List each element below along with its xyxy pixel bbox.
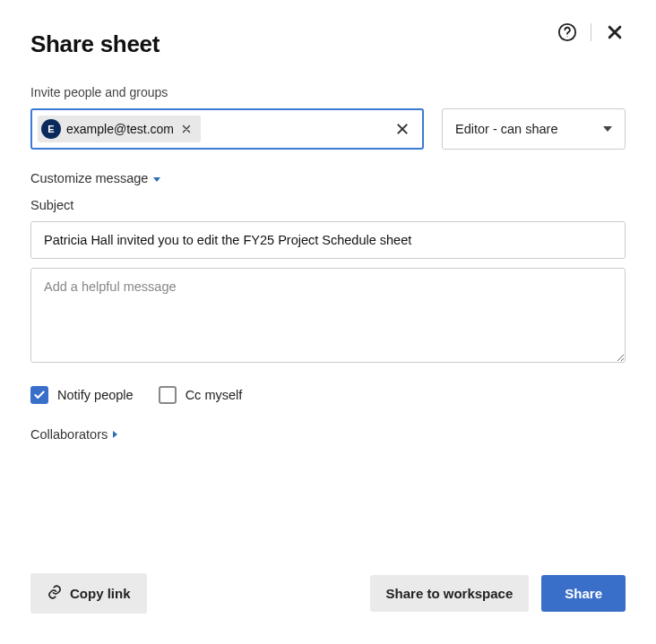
invite-input[interactable]: E example@test.com (30, 108, 424, 150)
header-actions (557, 21, 626, 43)
copy-link-button[interactable]: Copy link (30, 573, 147, 614)
help-icon[interactable] (557, 21, 578, 43)
close-icon[interactable] (604, 21, 626, 43)
header-divider (591, 23, 591, 41)
chevron-right-icon (113, 431, 117, 438)
subject-label: Subject (30, 198, 626, 212)
email-token[interactable]: E example@test.com (38, 116, 201, 142)
invite-label: Invite people and groups (30, 85, 626, 99)
role-select[interactable]: Editor - can share (442, 108, 626, 150)
copy-link-label: Copy link (70, 586, 131, 601)
dialog-title: Share sheet (30, 30, 160, 58)
svg-point-1 (566, 36, 567, 37)
customize-message-toggle[interactable]: Customize message (30, 171, 626, 185)
checkbox-unchecked-icon (159, 386, 177, 404)
chevron-down-icon (603, 126, 612, 132)
link-icon (47, 584, 63, 603)
cc-myself-checkbox[interactable]: Cc myself (159, 386, 243, 404)
share-workspace-label: Share to workspace (386, 586, 514, 601)
chevron-down-icon (153, 177, 160, 182)
token-email: example@test.com (66, 122, 174, 136)
message-textarea[interactable] (30, 268, 626, 363)
share-button[interactable]: Share (541, 575, 626, 612)
subject-input[interactable] (30, 221, 626, 259)
collaborators-toggle[interactable]: Collaborators (30, 427, 626, 442)
role-selected-label: Editor - can share (455, 122, 557, 136)
avatar: E (41, 119, 61, 139)
checkbox-checked-icon (30, 386, 48, 404)
notify-people-label: Notify people (57, 388, 134, 402)
share-workspace-button[interactable]: Share to workspace (370, 575, 530, 612)
notify-people-checkbox[interactable]: Notify people (30, 386, 134, 404)
customize-message-label: Customize message (30, 171, 148, 185)
collaborators-label: Collaborators (30, 427, 108, 442)
token-remove-icon[interactable] (179, 122, 194, 136)
cc-myself-label: Cc myself (186, 388, 243, 402)
share-label: Share (565, 586, 602, 601)
clear-input-icon[interactable] (393, 120, 411, 138)
